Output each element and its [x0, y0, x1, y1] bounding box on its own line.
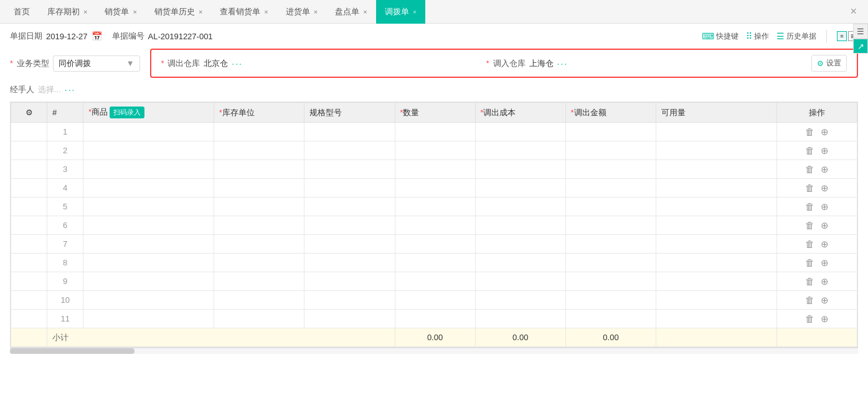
row-qty-2[interactable]: [395, 141, 475, 160]
delete-row-icon-3[interactable]: 🗑: [805, 164, 814, 174]
calendar-icon[interactable]: 📅: [92, 31, 102, 41]
copy-row-icon-8[interactable]: ⊕: [821, 257, 829, 268]
row-cost-10[interactable]: [475, 291, 565, 310]
close-view-sales[interactable]: ×: [264, 8, 268, 16]
delete-row-icon-4[interactable]: 🗑: [805, 183, 814, 193]
row-amount-8[interactable]: [565, 254, 656, 272]
copy-row-icon-11[interactable]: ⊕: [821, 313, 829, 324]
copy-row-icon-1[interactable]: ⊕: [821, 126, 829, 137]
row-unit-5[interactable]: [214, 198, 304, 216]
row-amount-11[interactable]: [565, 310, 656, 328]
row-qty-4[interactable]: [395, 179, 475, 198]
close-inventory-check[interactable]: ×: [363, 8, 367, 16]
row-qty-1[interactable]: [395, 123, 475, 141]
settings-button[interactable]: ⚙ 设置: [811, 55, 847, 72]
copy-row-icon-10[interactable]: ⊕: [821, 295, 829, 305]
copy-row-icon-3[interactable]: ⊕: [821, 164, 829, 174]
row-cost-6[interactable]: [475, 216, 565, 235]
row-amount-3[interactable]: [565, 160, 656, 179]
tab-sales-history[interactable]: 销货单历史 ×: [146, 0, 211, 24]
row-cost-11[interactable]: [475, 310, 565, 328]
row-cost-1[interactable]: [475, 123, 565, 141]
person-select[interactable]: 选择...: [38, 84, 61, 95]
row-amount-7[interactable]: [565, 235, 656, 254]
delete-row-icon-5[interactable]: 🗑: [805, 201, 814, 212]
tab-sales-order[interactable]: 销货单 ×: [96, 0, 145, 24]
row-amount-4[interactable]: [565, 179, 656, 198]
row-unit-7[interactable]: [214, 235, 304, 254]
row-product-11[interactable]: [83, 310, 214, 328]
row-spec-2[interactable]: [304, 141, 395, 160]
row-cost-8[interactable]: [475, 254, 565, 272]
tab-view-sales[interactable]: 查看销货单 ×: [211, 0, 276, 24]
warehouse-in-more-btn[interactable]: ···: [557, 59, 568, 69]
row-qty-3[interactable]: [395, 160, 475, 179]
layout-list-icon[interactable]: ≡: [837, 31, 847, 41]
row-product-7[interactable]: [83, 235, 214, 254]
row-unit-10[interactable]: [214, 291, 304, 310]
operations-btn[interactable]: ⠿ 操作: [746, 31, 769, 42]
close-sales-history[interactable]: ×: [199, 8, 202, 16]
copy-row-icon-2[interactable]: ⊕: [821, 145, 829, 156]
row-product-3[interactable]: [83, 160, 214, 179]
row-cost-2[interactable]: [475, 141, 565, 160]
row-spec-7[interactable]: [304, 235, 395, 254]
tab-purchase-order[interactable]: 进货单 ×: [277, 0, 326, 24]
close-inventory-init[interactable]: ×: [83, 8, 87, 16]
row-spec-5[interactable]: [304, 198, 395, 216]
row-amount-1[interactable]: [565, 123, 656, 141]
delete-row-icon-10[interactable]: 🗑: [805, 295, 814, 305]
delete-row-icon-2[interactable]: 🗑: [805, 145, 814, 156]
copy-row-icon-6[interactable]: ⊕: [821, 220, 829, 231]
row-qty-7[interactable]: [395, 235, 475, 254]
col-header-gear[interactable]: ⚙: [11, 103, 47, 123]
row-unit-2[interactable]: [214, 141, 304, 160]
row-product-2[interactable]: [83, 141, 214, 160]
copy-row-icon-7[interactable]: ⊕: [821, 239, 829, 249]
row-unit-11[interactable]: [214, 310, 304, 328]
row-unit-6[interactable]: [214, 216, 304, 235]
delete-row-icon-1[interactable]: 🗑: [805, 126, 814, 137]
row-unit-3[interactable]: [214, 160, 304, 179]
row-cost-4[interactable]: [475, 179, 565, 198]
close-transfer-order[interactable]: ×: [413, 8, 417, 16]
horizontal-scrollbar[interactable]: [10, 348, 858, 354]
row-spec-3[interactable]: [304, 160, 395, 179]
row-product-9[interactable]: [83, 272, 214, 291]
row-product-1[interactable]: [83, 123, 214, 141]
row-product-10[interactable]: [83, 291, 214, 310]
row-cost-5[interactable]: [475, 198, 565, 216]
person-more-btn[interactable]: ···: [65, 85, 76, 95]
row-unit-9[interactable]: [214, 272, 304, 291]
row-product-4[interactable]: [83, 179, 214, 198]
delete-row-icon-6[interactable]: 🗑: [805, 220, 814, 231]
copy-row-icon-4[interactable]: ⊕: [821, 183, 829, 193]
row-amount-5[interactable]: [565, 198, 656, 216]
close-purchase-order[interactable]: ×: [314, 8, 318, 16]
row-spec-6[interactable]: [304, 216, 395, 235]
row-cost-9[interactable]: [475, 272, 565, 291]
right-panel-list-icon[interactable]: ☰: [853, 24, 868, 39]
row-product-5[interactable]: [83, 198, 214, 216]
row-qty-5[interactable]: [395, 198, 475, 216]
close-sales-order[interactable]: ×: [133, 8, 136, 16]
row-unit-4[interactable]: [214, 179, 304, 198]
copy-row-icon-5[interactable]: ⊕: [821, 201, 829, 212]
row-spec-8[interactable]: [304, 254, 395, 272]
row-amount-6[interactable]: [565, 216, 656, 235]
row-qty-10[interactable]: [395, 291, 475, 310]
delete-row-icon-7[interactable]: 🗑: [805, 239, 814, 249]
business-type-select[interactable]: 同价调拨 ▼: [53, 55, 140, 72]
row-product-6[interactable]: [83, 216, 214, 235]
row-qty-9[interactable]: [395, 272, 475, 291]
delete-row-icon-8[interactable]: 🗑: [805, 257, 814, 268]
row-amount-10[interactable]: [565, 291, 656, 310]
row-product-8[interactable]: [83, 254, 214, 272]
window-close-button[interactable]: ×: [844, 5, 863, 18]
row-qty-11[interactable]: [395, 310, 475, 328]
scan-barcode-button[interactable]: 扫码录入: [110, 107, 144, 118]
row-unit-8[interactable]: [214, 254, 304, 272]
row-unit-1[interactable]: [214, 123, 304, 141]
row-spec-1[interactable]: [304, 123, 395, 141]
tab-home[interactable]: 首页: [5, 0, 39, 24]
